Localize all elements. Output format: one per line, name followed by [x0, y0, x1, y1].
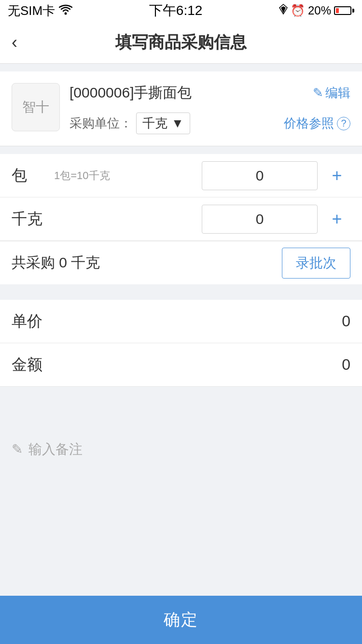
amount-label: 金额 — [12, 354, 42, 376]
status-time: 下午6:12 — [149, 1, 203, 20]
svg-point-0 — [65, 12, 67, 14]
summary-amount: 0 — [59, 254, 67, 270]
status-right: ⏰ 20% — [279, 4, 354, 17]
battery-percent: 20% — [308, 4, 331, 17]
price-section: 单价 0 金额 0 — [0, 300, 362, 387]
status-bar: 无SIM卡 下午6:12 ⏰ 20% — [0, 0, 362, 21]
unit-label: 采购单位： — [70, 115, 132, 132]
amount-value: 0 — [342, 356, 350, 374]
bag-input[interactable] — [202, 161, 318, 190]
product-logo: 智十 — [12, 83, 60, 131]
battery-icon — [334, 6, 354, 15]
page-title: 填写商品采购信息 — [115, 31, 247, 54]
unit-price-value: 0 — [342, 312, 350, 330]
nav-bar: ‹ 填写商品采购信息 — [0, 21, 362, 64]
wifi-icon — [59, 3, 72, 18]
price-ref-label: 价格参照 — [284, 115, 334, 132]
price-ref-button[interactable]: 价格参照 ? — [284, 115, 350, 132]
summary-prefix: 共采购 — [12, 254, 55, 270]
kg-input[interactable] — [202, 205, 318, 234]
product-logo-text: 智十 — [22, 99, 49, 115]
unit-price-row: 单价 0 — [0, 300, 362, 343]
summary-text: 共采购 0 千克 — [12, 253, 100, 273]
kg-plus-button[interactable]: + — [323, 206, 350, 233]
divider-1 — [0, 146, 362, 154]
product-name: [0000006]手撕面包 — [70, 83, 192, 103]
edit-label: 编辑 — [325, 84, 350, 101]
bag-input-row: 包 1包=10千克 + — [0, 154, 362, 197]
kg-input-row: 千克 + — [0, 197, 362, 241]
bag-label: 包 — [12, 165, 50, 186]
back-button[interactable]: ‹ — [12, 32, 17, 53]
batch-button[interactable]: 录批次 — [282, 248, 350, 279]
product-card: 智十 [0000006]手撕面包 ✎ 编辑 采购单位： 千克 ▼ 价格参照 ? — [0, 71, 362, 146]
carrier-label: 无SIM卡 — [8, 2, 55, 19]
summary-section: 共采购 0 千克 录批次 — [0, 241, 362, 284]
amount-row: 金额 0 — [0, 343, 362, 387]
divider-2 — [0, 284, 362, 292]
help-icon: ? — [337, 117, 350, 130]
pencil-icon: ✎ — [12, 441, 23, 457]
kg-label: 千克 — [12, 209, 50, 230]
unit-row: 采购单位： 千克 ▼ 价格参照 ? — [70, 112, 350, 134]
edit-button[interactable]: ✎ 编辑 — [313, 84, 350, 101]
unit-select-wrap: 采购单位： 千克 ▼ — [70, 112, 190, 134]
location-icon — [279, 4, 288, 17]
unit-value: 千克 — [142, 115, 167, 132]
product-info: [0000006]手撕面包 ✎ 编辑 采购单位： 千克 ▼ 价格参照 ? — [70, 83, 350, 134]
unit-price-label: 单价 — [12, 311, 42, 332]
edit-icon: ✎ — [313, 85, 323, 100]
chevron-down-icon: ▼ — [171, 116, 184, 131]
alarm-icon: ⏰ — [291, 4, 305, 17]
input-section: 包 1包=10千克 + 千克 + 共采购 0 千克 录批次 — [0, 154, 362, 284]
remark-section[interactable]: ✎ 输入备注 — [0, 387, 362, 512]
bag-input-wrap: + — [110, 161, 350, 190]
confirm-button[interactable]: 确定 — [0, 596, 362, 644]
status-carrier: 无SIM卡 — [8, 2, 72, 19]
bag-plus-button[interactable]: + — [323, 162, 350, 189]
product-name-row: [0000006]手撕面包 ✎ 编辑 — [70, 83, 350, 103]
remark-placeholder: 输入备注 — [28, 440, 83, 459]
unit-select[interactable]: 千克 ▼ — [136, 112, 190, 134]
bag-sublabel: 1包=10千克 — [54, 168, 110, 183]
summary-unit: 千克 — [71, 254, 100, 270]
content-area — [0, 512, 362, 596]
kg-input-wrap: + — [50, 205, 350, 234]
